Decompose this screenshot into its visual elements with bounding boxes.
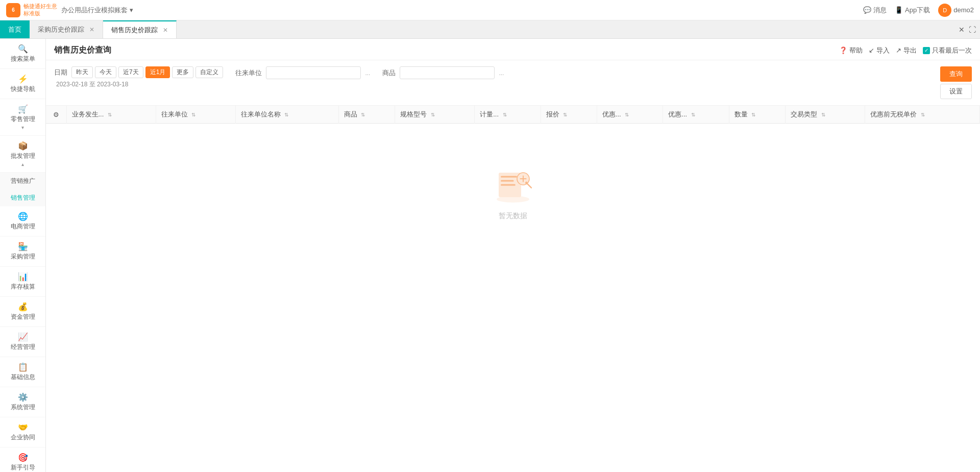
maximize-icon[interactable]: ⛶ [969,26,976,34]
date-filter-col: 日期 昨天 今天 近7天 近1月 更多 自定义 2023-02-18 至 202… [54,66,223,89]
partner-dots[interactable]: ... [365,69,370,77]
sidebar-item-finance[interactable]: 💰 资金管理 [0,297,45,327]
help-button[interactable]: ❓ 帮助 [839,46,863,55]
sidebar-item-label: 快捷导航 [11,85,35,93]
user-menu[interactable]: D demo2 [938,4,974,17]
tab-sales-history-label: 销售历史价跟踪 [111,26,158,35]
tab-home[interactable]: 首页 [0,20,30,38]
close-all-tabs-icon[interactable]: ✕ [959,26,965,34]
sidebar: 🔍 搜索菜单 ⚡ 快捷导航 🛒 零售管理 ▾ 📦 批发管理 ▴ 营销推广 销售管… [0,39,46,472]
date-filter-top: 日期 昨天 今天 近7天 近1月 更多 自定义 [54,66,223,78]
sidebar-item-system-mgmt[interactable]: ⚙️ 系统管理 [0,387,45,417]
date-btn-more[interactable]: 更多 [172,66,193,78]
col-partner-name[interactable]: 往来单位名称 ⇅ [235,106,338,124]
table-container: ⚙ 业务发生... ⇅ 往来单位 ⇅ 往来单位名称 ⇅ 商品 ⇅ 规格型号 ⇅ … [46,106,980,472]
sidebar-item-label: 新手引导 [11,463,35,472]
date-btn-last1month[interactable]: 近1月 [145,66,170,78]
col-pre-tax-price[interactable]: 优惠前无税单价 ⇅ [865,106,980,124]
sidebar-item-enterprise-collab[interactable]: 🤝 企业协同 [0,417,45,447]
sidebar-item-sales-mgmt[interactable]: 销售管理 [0,190,45,206]
partner-filter-group: 往来单位 ... [235,66,370,79]
chevron-down-icon: ▾ [21,125,24,130]
sidebar-item-label: 库存核算 [11,282,35,291]
inventory-icon: 📊 [18,272,28,281]
download-icon: 📱 [895,6,903,14]
breadcrumb-select[interactable]: 办公用品行业模拟账套 ▾ [61,6,133,15]
goods-dots[interactable]: ... [499,69,504,77]
main-layout: 🔍 搜索菜单 ⚡ 快捷导航 🛒 零售管理 ▾ 📦 批发管理 ▴ 营销推广 销售管… [0,39,980,472]
col-spec[interactable]: 规格型号 ⇅ [395,106,475,124]
tab-home-label: 首页 [8,25,21,34]
date-range-text: 2023-02-18 至 2023-03-18 [56,80,128,89]
col-quantity[interactable]: 数量 ⇅ [729,106,785,124]
sidebar-item-basic-info[interactable]: 📋 基础信息 [0,357,45,387]
close-purchase-tab-icon[interactable]: ✕ [89,26,94,33]
logo-area: 6 畅捷通好生意 标准版 [6,3,57,17]
date-btn-yesterday[interactable]: 昨天 [71,66,93,78]
avatar: D [938,4,951,17]
sidebar-item-wholesale-mgmt[interactable]: 📦 批发管理 ▴ [0,136,45,173]
sidebar-item-new-guide[interactable]: 🎯 新手引导 [0,447,45,472]
sidebar-item-label: 企业协同 [11,433,35,442]
tab-sales-history[interactable]: 销售历史价跟踪 ✕ [103,20,177,38]
sidebar-item-purchase[interactable]: 🏪 采购管理 [0,237,45,267]
import-icon: ↙ [869,46,874,54]
col-settings[interactable]: ⚙ [46,106,66,124]
chevron-down-icon: ▾ [130,6,133,14]
col-unit[interactable]: 计量... ⇅ [475,106,541,124]
empty-text: 暂无数据 [499,211,527,221]
basic-info-icon: 📋 [18,362,28,372]
logo-text: 畅捷通好生意 标准版 [23,3,57,16]
sidebar-item-operations[interactable]: 📈 经营管理 [0,327,45,357]
col-quote[interactable]: 报价 ⇅ [541,106,597,124]
export-icon: ↗ [896,46,901,54]
goods-label: 商品 [382,68,396,78]
export-button[interactable]: ↗ 导出 [896,46,917,55]
date-btn-custom[interactable]: 自定义 [195,66,223,78]
help-icon: ❓ [839,46,847,54]
settings-button[interactable]: 设置 [940,84,972,99]
empty-state: 暂无数据 [46,124,980,262]
finance-icon: 💰 [18,302,28,312]
sidebar-item-label: 采购管理 [11,252,35,261]
purchase-icon: 🏪 [18,242,28,251]
import-button[interactable]: ↙ 导入 [869,46,890,55]
close-sales-tab-icon[interactable]: ✕ [163,27,168,34]
collab-icon: 🤝 [18,422,28,432]
col-partner-code[interactable]: 往来单位 ⇅ [156,106,235,124]
sidebar-item-marketing[interactable]: 营销推广 [0,173,45,190]
date-btn-last7days[interactable]: 近7天 [118,66,143,78]
sidebar-item-inventory[interactable]: 📊 库存核算 [0,267,45,297]
svg-rect-3 [501,180,514,181]
top-header: 6 畅捷通好生意 标准版 办公用品行业模拟账套 ▾ 💬 消息 📱 App下载 D… [0,0,980,20]
message-button[interactable]: 💬 消息 [863,6,887,15]
sidebar-item-label: 零售管理 [11,115,35,124]
col-trade-type[interactable]: 交易类型 ⇅ [785,106,865,124]
col-biz-date[interactable]: 业务发生... ⇅ [66,106,156,124]
table-header-row: ⚙ 业务发生... ⇅ 往来单位 ⇅ 往来单位名称 ⇅ 商品 ⇅ 规格型号 ⇅ … [46,106,980,124]
svg-line-9 [527,184,531,188]
system-icon: ⚙️ [18,392,28,402]
query-button[interactable]: 查询 [940,66,972,82]
partner-input[interactable] [266,66,361,79]
breadcrumb-text: 办公用品行业模拟账套 [61,6,128,15]
only-last-checkbox[interactable]: ✓ 只看最后一次 [923,46,972,55]
sidebar-item-quick-nav[interactable]: ⚡ 快捷导航 [0,69,45,99]
logo-icon: 6 [6,3,20,17]
sidebar-item-retail-mgmt[interactable]: 🛒 零售管理 ▾ [0,99,45,136]
guide-icon: 🎯 [18,453,28,462]
sidebar-item-ecommerce[interactable]: 🌐 电商管理 [0,206,45,237]
date-btn-today[interactable]: 今天 [95,66,116,78]
col-discount1[interactable]: 优惠... ⇅ [597,106,663,124]
page-header: 销售历史价查询 ❓ 帮助 ↙ 导入 ↗ 导出 ✓ 只看最后一次 [46,39,980,60]
col-goods[interactable]: 商品 ⇅ [338,106,395,124]
data-table: ⚙ 业务发生... ⇅ 往来单位 ⇅ 往来单位名称 ⇅ 商品 ⇅ 规格型号 ⇅ … [46,106,980,124]
sidebar-item-label: 批发管理 [11,152,35,160]
col-discount2[interactable]: 优惠... ⇅ [663,106,729,124]
goods-input[interactable] [400,66,495,79]
goods-filter-group: 商品 ... [382,66,504,79]
tab-purchase-history[interactable]: 采购历史价跟踪 ✕ [30,20,103,38]
sidebar-item-label: 基础信息 [11,373,35,382]
sidebar-item-search-menu[interactable]: 🔍 搜索菜单 [0,39,45,69]
app-download-button[interactable]: 📱 App下载 [895,6,930,15]
